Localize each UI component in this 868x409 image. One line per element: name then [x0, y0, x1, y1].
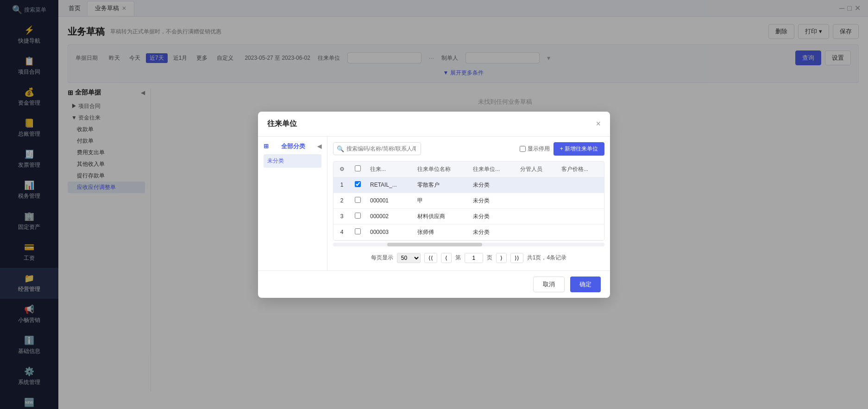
col-settings: ⚙ [333, 162, 350, 177]
counterparty-search-input[interactable] [333, 142, 421, 155]
row-price [557, 177, 604, 193]
modal-close-button[interactable]: × [596, 119, 601, 129]
horizontal-scrollbar[interactable] [333, 243, 604, 246]
modal-body: ⊞ 全部分类 ◀ 未分类 🔍 [258, 137, 610, 271]
main-area: 首页 业务草稿 ✕ ─ □ ✕ 业务草稿 草稿转为正式单据时，不会执行满赠促销优… [58, 0, 868, 409]
modal-overlay: 往来单位 × ⊞ 全部分类 ◀ 未分类 [58, 17, 868, 409]
category-all-label[interactable]: 全部分类 [281, 142, 305, 151]
page-label: 第 [455, 254, 461, 262]
category-all-icon: ⊞ [264, 143, 269, 150]
row-code: 000001 [365, 193, 413, 208]
row-name: 材料供应商 [413, 208, 468, 224]
cancel-button[interactable]: 取消 [533, 277, 565, 292]
table-row[interactable]: 1 RETAIL_... 零散客户 未分类 [333, 177, 604, 193]
row-check[interactable] [350, 193, 365, 208]
add-counterparty-button[interactable]: + 新增往来单位 [554, 142, 604, 156]
show-disabled-label: 显示停用 [528, 145, 550, 153]
row-name: 张师傅 [413, 224, 468, 240]
row-num: 3 [333, 208, 350, 224]
row-check[interactable] [350, 208, 365, 224]
page-unit: 页 [487, 254, 492, 262]
show-disabled-checkbox[interactable] [520, 146, 526, 152]
table-row[interactable]: 3 000002 材料供应商 未分类 [333, 208, 604, 224]
row-manager [516, 208, 557, 224]
modal-title: 往来单位 [267, 119, 297, 129]
table-row[interactable]: 2 000001 甲 未分类 [333, 193, 604, 208]
confirm-button[interactable]: 确定 [570, 277, 601, 292]
row-category: 未分类 [468, 193, 516, 208]
row-num: 2 [333, 193, 350, 208]
row-category: 未分类 [468, 224, 516, 240]
row-check[interactable] [350, 224, 365, 240]
modal-collapse-icon[interactable]: ◀ [317, 143, 321, 150]
modal-left-header: ⊞ 全部分类 ◀ [264, 142, 321, 151]
col-check [350, 162, 365, 177]
search-wrap: 🔍 [333, 142, 516, 155]
pagination: 每页显示 50 100 ⟨⟨ ⟨ 第 页 ⟩ ⟩⟩ [333, 248, 604, 265]
table-header-row: ⚙ 往来... 往来单位名称 往来单位... 分管人员 客户价格... [333, 162, 604, 177]
row-check[interactable] [350, 177, 365, 193]
row-name: 零散客户 [413, 177, 468, 193]
modal-left-panel: ⊞ 全部分类 ◀ 未分类 [258, 137, 327, 271]
page-number-input[interactable] [465, 253, 483, 263]
row-category: 未分类 [468, 177, 516, 193]
row-price [557, 193, 604, 208]
row-manager [516, 224, 557, 240]
modal: 往来单位 × ⊞ 全部分类 ◀ 未分类 [258, 112, 610, 298]
category-uncategorized[interactable]: 未分类 [264, 154, 321, 168]
row-num: 4 [333, 224, 350, 240]
row-code: 000002 [365, 208, 413, 224]
page-content: 业务草稿 草稿转为正式单据时，不会执行满赠促销优惠 删除 打印 ▾ 保存 单据日… [58, 17, 868, 409]
scrollbar-thumb[interactable] [387, 243, 482, 246]
col-code: 往来... [365, 162, 413, 177]
col-price: 客户价格... [557, 162, 604, 177]
row-category: 未分类 [468, 208, 516, 224]
select-all-checkbox[interactable] [355, 165, 361, 171]
page-first-button[interactable]: ⟨⟨ [424, 253, 437, 263]
counterparty-table: ⚙ 往来... 往来单位名称 往来单位... 分管人员 客户价格... [333, 162, 604, 240]
search-icon: 🔍 [337, 145, 344, 152]
modal-right-panel: 🔍 显示停用 + 新增往来单位 [327, 137, 610, 271]
modal-toolbar: 🔍 显示停用 + 新增往来单位 [333, 142, 604, 156]
page-prev-button[interactable]: ⟨ [441, 253, 452, 263]
page-last-button[interactable]: ⟩⟩ [510, 253, 523, 263]
row-price [557, 208, 604, 224]
show-disabled-checkbox-label[interactable]: 显示停用 [520, 145, 550, 153]
modal-footer: 取消 确定 [258, 271, 610, 298]
row-num: 1 [333, 177, 350, 193]
total-info: 共1页，4条记录 [527, 254, 566, 262]
col-manager: 分管人员 [516, 162, 557, 177]
per-page-select[interactable]: 50 100 [397, 253, 421, 263]
modal-table: ⚙ 往来... 往来单位名称 往来单位... 分管人员 客户价格... [333, 161, 604, 241]
row-code: 000003 [365, 224, 413, 240]
row-manager [516, 193, 557, 208]
col-category: 往来单位... [468, 162, 516, 177]
modal-header: 往来单位 × [258, 112, 610, 137]
row-manager [516, 177, 557, 193]
row-price [557, 224, 604, 240]
table-row[interactable]: 4 000003 张师傅 未分类 [333, 224, 604, 240]
per-page-label: 每页显示 [371, 254, 393, 262]
page-next-button[interactable]: ⟩ [496, 253, 507, 263]
row-code: RETAIL_... [365, 177, 413, 193]
col-name: 往来单位名称 [413, 162, 468, 177]
row-name: 甲 [413, 193, 468, 208]
